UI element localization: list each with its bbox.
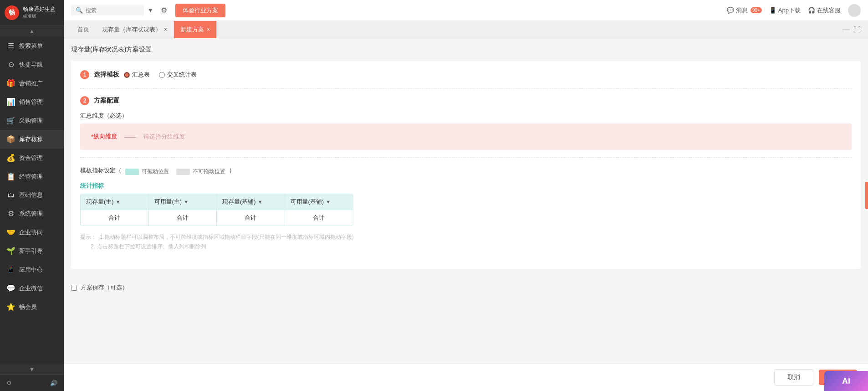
vertical-dim-placeholder: 请选择分组维度 (143, 133, 185, 141)
stats-body-cell-0: 合计 (81, 210, 149, 226)
draggable-legend: 可拖动位置 (125, 168, 169, 175)
messages-btn[interactable]: 💬 消息 99+ (727, 6, 762, 15)
ai-float-button[interactable]: Ai (824, 371, 868, 391)
page-title: 现存量(库存状况表)方案设置 (71, 46, 861, 54)
service-icon: 🎧 (808, 7, 815, 14)
app-name: 畅康通好生意 (23, 6, 56, 13)
search-menu-icon: ☰ (6, 41, 15, 50)
header-chevron-0: ▼ (116, 199, 121, 205)
stats-header-cell-0[interactable]: 现存量(主) ▼ (81, 194, 149, 210)
template-radio-group: 汇总表 交叉统计表 (124, 71, 197, 79)
stats-body-cell-1: 合计 (149, 210, 217, 226)
sidebar-scroll-up[interactable]: ▲ (0, 26, 64, 36)
bottom-action-bar: 取消 查询 (64, 363, 868, 391)
sidebar-bottom: ⚙ 🔊 (0, 375, 64, 391)
search-dropdown-icon[interactable]: ▼ (144, 5, 157, 15)
operations-icon: 📋 (6, 172, 15, 181)
content-area: 现存量(库存状况表)方案设置 1 选择模板 汇总表 交叉统计表 (64, 38, 868, 363)
summary-dim-section: 汇总维度（必选） *纵向维度 —— 请选择分组维度 (80, 112, 852, 150)
sidebar-item-app-center[interactable]: 📱 应用中心 (0, 260, 64, 279)
topbar-settings-icon[interactable]: ⚙ (157, 4, 171, 16)
sidebar-item-label: 经营管理 (19, 173, 43, 181)
basic-icon: 🗂 (6, 191, 15, 199)
footer-save: 方案保存（可选） (71, 278, 861, 297)
tab-inventory[interactable]: 现存量（库存状况表） × (96, 21, 174, 38)
radio-cross[interactable]: 交叉统计表 (159, 71, 197, 79)
vertical-dim-dash: —— (124, 134, 136, 140)
sidebar-item-purchase[interactable]: 🛒 采购管理 (0, 111, 64, 130)
sidebar-item-label: 畅会员 (19, 303, 37, 311)
sidebar-item-system[interactable]: ⚙ 系统管理 (0, 204, 64, 223)
sidebar-audio-icon[interactable]: 🔊 (50, 380, 57, 386)
sidebar-item-newcomer[interactable]: 🌱 新手引导 (0, 242, 64, 260)
sidebar-item-label: 新手引导 (19, 247, 43, 255)
tab-new-scheme[interactable]: 新建方案 × (174, 21, 217, 38)
search-input[interactable] (86, 7, 131, 14)
sidebar-item-label: 应用中心 (19, 266, 43, 274)
sidebar-item-wechat[interactable]: 💬 企业微信 (0, 279, 64, 298)
sidebar-item-label: 企业协同 (19, 228, 43, 237)
sidebar-item-label: 库存核算 (19, 135, 43, 144)
sidebar-item-finance[interactable]: 💰 资金管理 (0, 149, 64, 167)
sidebar-item-inventory[interactable]: 📦 库存核算 (0, 130, 64, 149)
tab-home[interactable]: 首页 (71, 21, 96, 38)
sidebar-item-basic[interactable]: 🗂 基础信息 (0, 186, 64, 204)
inventory-icon: 📦 (6, 135, 15, 144)
app-download-btn[interactable]: 📱 App下载 (769, 6, 801, 15)
tip1: 提示： 1.拖动标题栏可以调整布局，不可跨维度或指标区域拖动栏目字段(只能在同一… (80, 233, 852, 241)
sidebar-settings-icon[interactable]: ⚙ (6, 380, 12, 386)
stats-header-cell-2[interactable]: 现存量(基辅) ▼ (217, 194, 285, 210)
sidebar-item-sales[interactable]: 📊 销售管理 (0, 93, 64, 111)
header-chevron-2: ▼ (258, 199, 263, 205)
sidebar-logo: 畅 畅康通好生意 标准版 (0, 0, 64, 26)
sidebar-item-label: 资金管理 (19, 154, 43, 162)
stats-body-cell-2: 合计 (217, 210, 285, 226)
sidebar-item-label: 企业微信 (19, 284, 43, 293)
stats-header-cell-3[interactable]: 可用量(基辅) ▼ (285, 194, 353, 210)
tab-minimize-icon[interactable]: — (842, 26, 850, 34)
stats-table: 现存量(主) ▼ 可用量(主) ▼ 现存量(基辅) ▼ (80, 194, 353, 226)
sidebar-item-member[interactable]: ⭐ 畅会员 (0, 298, 64, 316)
vertical-dim-label: *纵向维度 (91, 133, 117, 141)
scheme-card: 1 选择模板 汇总表 交叉统计表 (71, 61, 861, 269)
stats-label: 统计指标 (80, 182, 852, 190)
topbar: 🔍 ▼ ⚙ 体验行业方案 💬 消息 99+ 📱 App下载 🎧 在线客服 (64, 0, 868, 21)
sidebar-item-operations[interactable]: 📋 经营管理 (0, 167, 64, 186)
not-draggable-legend: 不可拖动位置 (176, 168, 225, 175)
online-service-btn[interactable]: 🎧 在线客服 (808, 6, 841, 15)
sidebar-item-enterprise[interactable]: 🤝 企业协同 (0, 223, 64, 242)
sidebar-item-search-menu[interactable]: ☰ 搜索菜单 (0, 36, 64, 55)
sidebar-item-label: 销售管理 (19, 98, 43, 106)
right-handle[interactable] (865, 182, 868, 209)
vertical-dim-area[interactable]: *纵向维度 —— 请选择分组维度 (80, 123, 852, 150)
topbar-right: 💬 消息 99+ 📱 App下载 🎧 在线客服 (727, 4, 861, 17)
header-chevron-3: ▼ (326, 199, 331, 205)
purchase-icon: 🛒 (6, 116, 15, 125)
sidebar-item-marketing[interactable]: 🎁 营销推广 (0, 74, 64, 93)
sidebar-scroll-down[interactable]: ▼ (0, 364, 64, 375)
user-avatar[interactable] (848, 4, 861, 17)
summary-dim-label: 汇总维度（必选） (80, 112, 852, 120)
stats-body-cell-3: 合计 (285, 210, 353, 226)
app-center-icon: 📱 (6, 265, 15, 274)
tab-bar: 首页 现存量（库存状况表） × 新建方案 × — ⛶ (64, 21, 868, 38)
sidebar: 畅 畅康通好生意 标准版 ▲ ☰ 搜索菜单 ⊙ 快捷导航 🎁 营销推广 📊 销售… (0, 0, 64, 391)
cancel-button[interactable]: 取消 (774, 369, 813, 386)
sidebar-nav: ☰ 搜索菜单 ⊙ 快捷导航 🎁 营销推广 📊 销售管理 🛒 采购管理 📦 库存核… (0, 36, 64, 364)
indicator-legend: 可拖动位置 不可拖动位置 (125, 168, 225, 175)
radio-summary[interactable]: 汇总表 (124, 71, 150, 79)
tab-maximize-icon[interactable]: ⛶ (853, 26, 861, 34)
tab1-close-icon[interactable]: × (164, 26, 167, 33)
step1-section: 1 选择模板 汇总表 交叉统计表 (80, 70, 852, 79)
tab2-close-icon[interactable]: × (207, 26, 210, 33)
experience-btn[interactable]: 体验行业方案 (175, 4, 225, 17)
stats-header-cell-1[interactable]: 可用量(主) ▼ (149, 194, 217, 210)
stats-section: 统计指标 现存量(主) ▼ 可用量(主) ▼ (80, 182, 852, 226)
step2-title: 方案配置 (94, 97, 119, 105)
search-box[interactable]: 🔍 (71, 5, 144, 15)
save-checkbox[interactable] (71, 285, 77, 291)
sidebar-item-quick-nav[interactable]: ⊙ 快捷导航 (0, 55, 64, 74)
stats-table-body: 合计 合计 合计 合计 (81, 210, 353, 226)
stats-table-header: 现存量(主) ▼ 可用量(主) ▼ 现存量(基辅) ▼ (81, 194, 353, 210)
template-indicators-suffix: ） (229, 166, 235, 175)
